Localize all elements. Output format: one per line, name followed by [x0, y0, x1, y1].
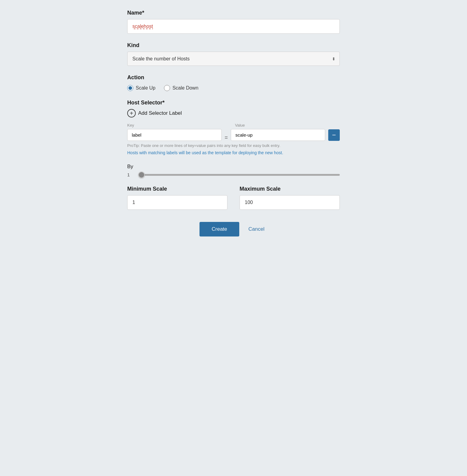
action-field-group: Action Scale Up Scale Down — [127, 74, 340, 91]
host-selector-field-group: Host Selector* + Add Selector Label Key … — [127, 100, 340, 155]
add-selector-text: Add Selector Label — [138, 110, 182, 116]
kind-select[interactable]: Scale the number of Hosts — [127, 52, 340, 66]
create-button[interactable]: Create — [199, 222, 239, 236]
add-selector-label-btn[interactable]: + Add Selector Label — [127, 109, 340, 117]
scale-up-radio[interactable] — [127, 85, 133, 91]
protip-text: ProTip: Paste one or more lines of key=v… — [127, 143, 340, 148]
by-label: By — [127, 164, 340, 170]
name-field-group: Name* — [127, 10, 340, 34]
min-scale-field-group: Minimum Scale — [127, 186, 227, 210]
kv-value-col — [231, 129, 325, 141]
host-hint-text: Hosts with matching labels will be used … — [127, 150, 340, 155]
scale-down-radio-item[interactable]: Scale Down — [164, 85, 198, 91]
scale-up-radio-item[interactable]: Scale Up — [127, 85, 155, 91]
slider-row: 1 — [127, 172, 340, 177]
cancel-button[interactable]: Cancel — [245, 222, 268, 236]
scale-two-col: Minimum Scale Maximum Scale — [127, 186, 340, 210]
action-label: Action — [127, 74, 340, 81]
remove-kv-btn[interactable]: − — [328, 129, 340, 141]
value-label-col: Value — [235, 122, 325, 128]
max-scale-field-group: Maximum Scale — [240, 186, 340, 210]
kv-key-input[interactable] — [127, 129, 222, 141]
slider-value-display: 1 — [127, 172, 133, 177]
key-label-col: Key — [127, 122, 217, 128]
by-slider[interactable] — [138, 174, 340, 176]
kind-select-wrapper: Scale the number of Hosts — [127, 52, 340, 66]
name-input[interactable] — [127, 19, 340, 34]
scale-down-radio[interactable] — [164, 85, 170, 91]
max-scale-label: Maximum Scale — [240, 186, 340, 192]
min-scale-input[interactable] — [127, 195, 227, 210]
scale-up-label: Scale Up — [136, 85, 155, 91]
equals-sign: = — [225, 134, 228, 141]
host-selector-label: Host Selector* — [127, 100, 340, 106]
actions-row: Create Cancel — [127, 222, 340, 236]
add-icon: + — [127, 109, 136, 117]
min-scale-label: Minimum Scale — [127, 186, 227, 192]
kind-label: Kind — [127, 42, 340, 49]
minus-icon: − — [332, 132, 336, 138]
value-label: Value — [235, 123, 245, 127]
by-section: By 1 — [127, 164, 340, 177]
kind-field-group: Kind Scale the number of Hosts — [127, 42, 340, 66]
form-container: Name* Kind Scale the number of Hosts Act… — [115, 0, 352, 255]
kv-value-input[interactable] — [231, 129, 325, 141]
max-scale-input[interactable] — [240, 195, 340, 210]
kv-row: = − — [127, 129, 340, 141]
scale-down-label: Scale Down — [172, 85, 198, 91]
kv-labels-row: Key Value — [127, 122, 340, 128]
action-radio-group: Scale Up Scale Down — [127, 85, 340, 91]
name-label: Name* — [127, 10, 340, 16]
kv-key-col — [127, 129, 222, 141]
key-label: Key — [127, 123, 134, 127]
